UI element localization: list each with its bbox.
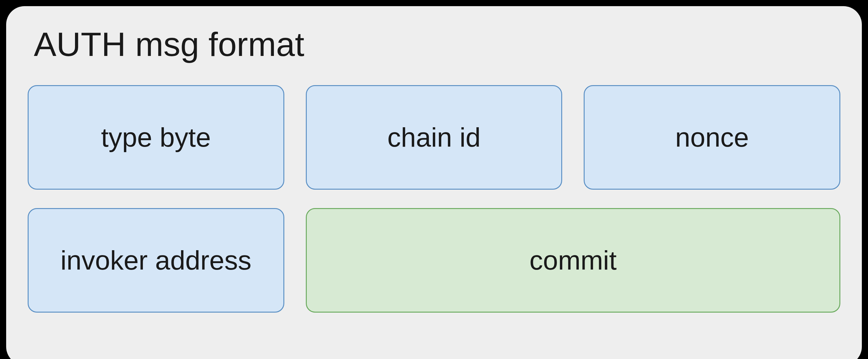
field-commit: commit <box>306 208 840 312</box>
field-label-invoker-address: invoker address <box>61 245 251 276</box>
diagram-title: AUTH msg format <box>34 25 840 64</box>
field-label-commit: commit <box>530 245 617 276</box>
field-type-byte: type byte <box>28 85 284 190</box>
field-label-chain-id: chain id <box>387 122 480 153</box>
field-label-type-byte: type byte <box>101 122 211 153</box>
fields-grid: type byte chain id nonce invoker address… <box>28 85 840 312</box>
auth-msg-format-panel: AUTH msg format type byte chain id nonce… <box>6 6 862 359</box>
field-invoker-address: invoker address <box>28 208 284 312</box>
field-nonce: nonce <box>584 85 840 190</box>
field-label-nonce: nonce <box>675 122 749 153</box>
field-chain-id: chain id <box>306 85 562 190</box>
